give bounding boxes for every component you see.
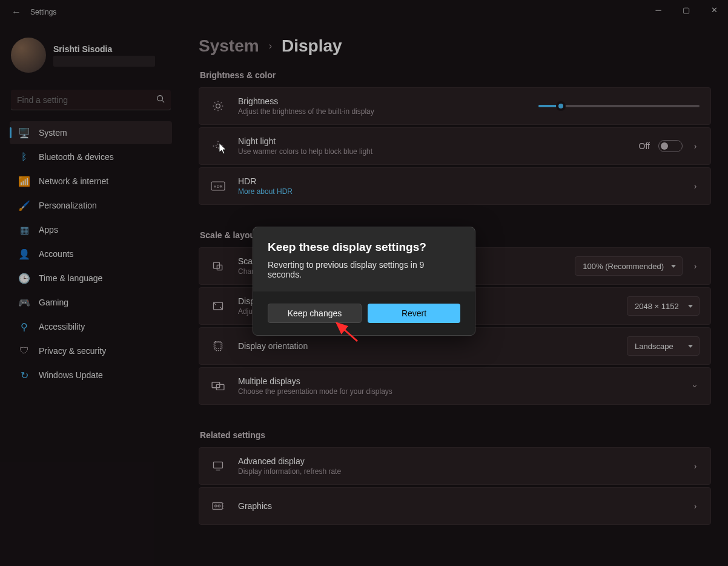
display-settings-dialog: Keep these display settings? Reverting t… (253, 227, 475, 336)
modal-overlay: Keep these display settings? Reverting t… (0, 0, 728, 566)
dialog-message: Reverting to previous display settings i… (268, 260, 460, 279)
keep-changes-button[interactable]: Keep changes (268, 304, 362, 323)
dialog-title: Keep these display settings? (268, 241, 460, 254)
revert-button[interactable]: Revert (368, 304, 460, 323)
